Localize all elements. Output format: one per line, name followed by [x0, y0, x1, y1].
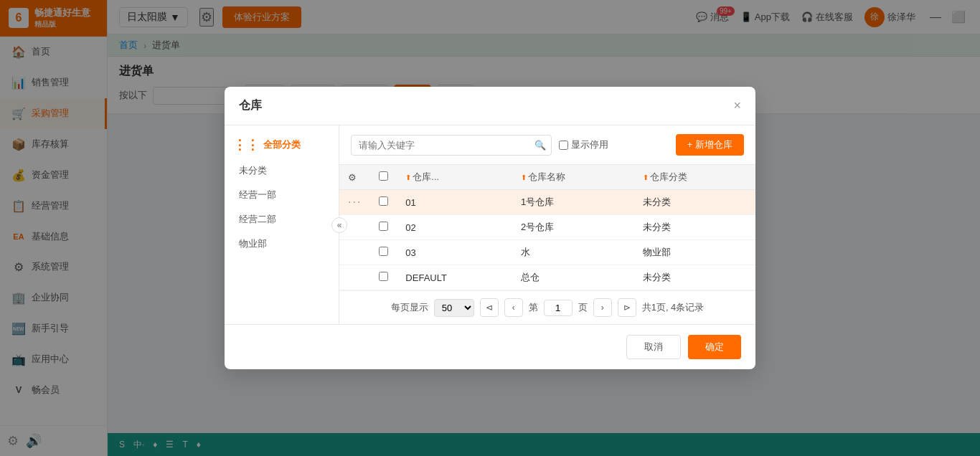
table-row[interactable]: ··· 01 1号仓库 未分类	[339, 190, 755, 215]
modal-close-button[interactable]: ×	[733, 98, 741, 113]
row-name: 1号仓库	[512, 190, 633, 215]
per-page-select[interactable]: 50 100 200	[434, 299, 474, 317]
row-checkbox[interactable]	[379, 196, 388, 206]
row-checkbox[interactable]	[379, 222, 388, 231]
table-header-row: ⚙ ⬆仓库... ⬆仓库名称	[339, 165, 755, 190]
table-body: ··· 01 1号仓库 未分类	[339, 190, 755, 290]
table-toolbar: 🔍 显示停用 + 新增仓库	[339, 125, 755, 164]
sort-icon2: ⬆	[521, 174, 527, 181]
row-code: 03	[397, 240, 512, 265]
table-head: ⚙ ⬆仓库... ⬆仓库名称	[339, 165, 755, 190]
cancel-button[interactable]: 取消	[626, 335, 681, 359]
modal-header: 仓库 ×	[225, 87, 755, 125]
row-name: 水	[512, 240, 633, 265]
table-row[interactable]: 03 水 物业部	[339, 240, 755, 265]
modal-overlay: 仓库 × ⋮⋮ 全部分类 « 未分类 经营一部 经营二部 物业部	[0, 0, 980, 456]
modal-title: 仓库	[239, 98, 262, 113]
page-label: 第	[529, 301, 538, 314]
row-actions	[339, 265, 370, 290]
category-item-operations2[interactable]: 经营二部	[225, 207, 339, 232]
search-icon[interactable]: 🔍	[534, 140, 546, 151]
modal-footer: 取消 确定	[225, 324, 755, 369]
category-header: ⋮⋮ 全部分类	[225, 131, 339, 158]
row-category: 未分类	[634, 215, 755, 240]
prev-page-button[interactable]: ‹	[504, 298, 523, 317]
th-checkbox	[370, 165, 397, 190]
first-page-button[interactable]: ⊲	[480, 298, 499, 317]
per-page-label: 每页显示	[391, 301, 428, 314]
row-category: 未分类	[634, 190, 755, 215]
th-code: ⬆仓库...	[397, 165, 512, 190]
page-suffix: 页	[578, 301, 588, 314]
category-dots-icon: ⋮⋮	[233, 137, 259, 153]
row-actions: ···	[339, 190, 370, 215]
search-input-wrap: 🔍	[351, 135, 552, 156]
page-number-input[interactable]	[544, 300, 573, 316]
row-name: 总仓	[512, 265, 633, 290]
row-checkbox-cell	[370, 265, 397, 290]
row-category: 物业部	[634, 240, 755, 265]
confirm-button[interactable]: 确定	[688, 335, 741, 359]
modal-body: ⋮⋮ 全部分类 « 未分类 经营一部 经营二部 物业部 🔍	[225, 125, 755, 324]
collapse-panel-button[interactable]: «	[331, 217, 347, 233]
show-disabled-label[interactable]: 显示停用	[559, 138, 608, 151]
sort-icon3: ⬆	[643, 174, 649, 181]
table-row[interactable]: DEFAULT 总仓 未分类	[339, 265, 755, 290]
row-checkbox-cell	[370, 240, 397, 265]
row-actions	[339, 240, 370, 265]
th-settings: ⚙	[339, 165, 370, 190]
table-container: ⚙ ⬆仓库... ⬆仓库名称	[339, 164, 755, 290]
th-category: ⬆仓库分类	[634, 165, 755, 190]
row-checkbox-cell	[370, 190, 397, 215]
category-item-operations1[interactable]: 经营一部	[225, 183, 339, 207]
row-code: DEFAULT	[397, 265, 512, 290]
category-header-label[interactable]: 全部分类	[263, 138, 301, 151]
search-input[interactable]	[351, 135, 552, 156]
category-item-unclassified[interactable]: 未分类	[225, 158, 339, 183]
show-disabled-checkbox[interactable]	[559, 141, 568, 150]
row-checkbox[interactable]	[379, 272, 388, 281]
row-checkbox-cell	[370, 215, 397, 240]
th-name: ⬆仓库名称	[512, 165, 633, 190]
table-row[interactable]: 02 2号仓库 未分类	[339, 215, 755, 240]
row-category: 未分类	[634, 265, 755, 290]
table-panel: 🔍 显示停用 + 新增仓库 ⚙	[339, 125, 755, 324]
row-code: 02	[397, 215, 512, 240]
row-name: 2号仓库	[512, 215, 633, 240]
category-item-property[interactable]: 物业部	[225, 232, 339, 256]
show-disabled-text: 显示停用	[571, 138, 608, 151]
warehouse-table: ⚙ ⬆仓库... ⬆仓库名称	[339, 164, 755, 290]
select-all-checkbox[interactable]	[379, 171, 388, 181]
pagination: 每页显示 50 100 200 ⊲ ‹ 第 页 › ⊳ 共1页, 4条记录	[339, 290, 755, 324]
row-checkbox[interactable]	[379, 247, 388, 256]
next-page-button[interactable]: ›	[593, 298, 612, 317]
row-code: 01	[397, 190, 512, 215]
total-info: 共1页, 4条记录	[642, 301, 705, 314]
row-action-dots[interactable]: ···	[348, 196, 362, 208]
column-settings-icon[interactable]: ⚙	[348, 172, 357, 183]
warehouse-modal: 仓库 × ⋮⋮ 全部分类 « 未分类 经营一部 经营二部 物业部	[225, 87, 755, 369]
category-panel: ⋮⋮ 全部分类 « 未分类 经营一部 经营二部 物业部	[225, 125, 339, 324]
add-warehouse-button[interactable]: + 新增仓库	[676, 134, 744, 156]
sort-icon: ⬆	[405, 174, 411, 181]
last-page-button[interactable]: ⊳	[618, 298, 636, 317]
